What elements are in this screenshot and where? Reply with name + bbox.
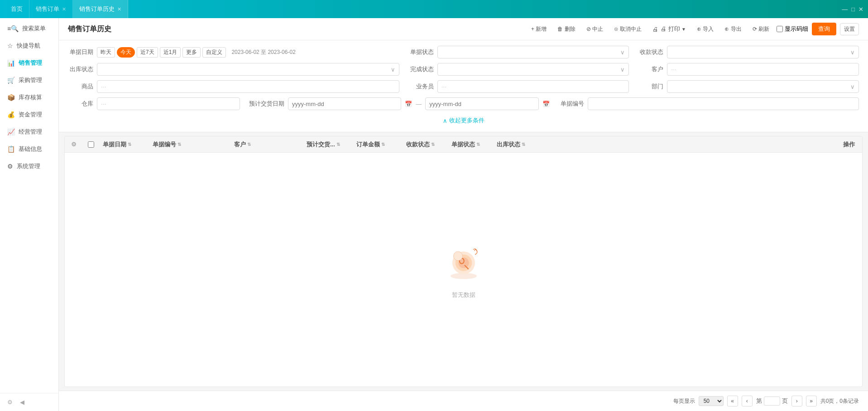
filter-group-dept: 部门 ∨ xyxy=(638,80,859,93)
date-btn-more[interactable]: 更多 xyxy=(182,47,201,58)
refresh-button[interactable]: ⟳ 刷新 xyxy=(749,24,773,35)
customer-label: 客户 xyxy=(638,65,663,73)
filter-group-pay-status: 收款状态 ∨ xyxy=(638,46,859,58)
filter-area: 单据日期 昨天 今天 近7天 近1月 更多 自定义 2023-06-02 至 2… xyxy=(59,40,868,132)
table-select-all-checkbox[interactable] xyxy=(88,141,94,148)
tab-sales-history[interactable]: 销售订单历史 ✕ xyxy=(73,0,128,18)
dept-arrow-icon: ∨ xyxy=(850,83,855,90)
sidebar-item-quick-nav[interactable]: ☆ 快捷导航 xyxy=(0,37,58,54)
close-sales-history-tab[interactable]: ✕ xyxy=(117,6,121,12)
tab-home[interactable]: 首页 xyxy=(5,0,29,18)
maximize-btn[interactable]: □ xyxy=(851,6,855,13)
sidebar-item-basic-info[interactable]: 📋 基础信息 xyxy=(0,140,58,158)
complete-label: 完成状态 xyxy=(408,65,434,73)
order-no-label: 单据编号 xyxy=(559,100,584,108)
pay-status-select[interactable]: ∨ xyxy=(667,46,859,58)
sidebar-settings-icon[interactable]: ⚙ xyxy=(7,399,13,406)
table-col-order-no[interactable]: 单据编号 ⇅ xyxy=(149,140,230,149)
page-header: 销售订单历史 + 新增 🗑 删除 ⊘ 中止 ⊙ 取消中止 🖨 🖨 打印 ▼ ⊕ … xyxy=(59,18,868,40)
tab-sales-order[interactable]: 销售订单 ✕ xyxy=(29,0,73,18)
complete-select[interactable]: ∨ xyxy=(437,63,629,76)
calendar-to-icon: 📅 xyxy=(542,101,550,107)
date-btn-1month[interactable]: 近1月 xyxy=(160,47,181,58)
stock-out-label: 出库状态 xyxy=(68,65,93,73)
capital-icon: 💰 xyxy=(7,111,15,118)
sidebar-item-purchase-mgmt[interactable]: 🛒 采购管理 xyxy=(0,72,58,89)
page-unit: 页 xyxy=(782,397,788,405)
table-col-settings: ⚙ xyxy=(65,141,83,148)
date-btn-yesterday[interactable]: 昨天 xyxy=(97,47,115,58)
print-button[interactable]: 🖨 🖨 打印 ▼ xyxy=(649,23,690,35)
table-col-delivery[interactable]: 预计交货... ⇅ xyxy=(303,140,353,149)
sidebar-bottom: ⚙ ◀ xyxy=(0,393,58,411)
display-cols-checkbox[interactable] xyxy=(777,26,783,32)
next-page-btn[interactable]: › xyxy=(791,396,802,406)
sidebar-item-sales-mgmt[interactable]: 📊 销售管理 xyxy=(0,54,58,72)
empty-state: 暂无数据 xyxy=(65,153,862,387)
minimize-btn[interactable]: — xyxy=(842,6,848,13)
settings-button[interactable]: 设置 xyxy=(840,23,859,35)
sidebar-collapse-icon[interactable]: ◀ xyxy=(20,399,24,406)
sidebar-item-inventory[interactable]: 📦 库存核算 xyxy=(0,89,58,106)
sidebar-item-search-menu[interactable]: ≡🔍 搜索菜单 xyxy=(0,20,58,37)
cancel-stop-button[interactable]: ⊙ 取消中止 xyxy=(610,24,645,35)
date-btn-today[interactable]: 今天 xyxy=(117,47,135,58)
table-col-order-status[interactable]: 单据状态 ⇅ xyxy=(448,140,493,149)
export-button[interactable]: ⊕ 导出 xyxy=(721,24,745,35)
empty-icon xyxy=(441,240,486,285)
inventory-icon: 📦 xyxy=(7,94,15,101)
stop-button[interactable]: ⊘ 中止 xyxy=(583,24,607,35)
date-btn-custom[interactable]: 自定义 xyxy=(202,47,226,58)
dept-select[interactable]: ∨ xyxy=(667,80,859,93)
table-col-pay-status[interactable]: 收款状态 ⇅ xyxy=(403,140,448,149)
pay-status-arrow-icon: ∨ xyxy=(850,49,855,56)
filter-group-customer: 客户 ··· xyxy=(638,63,859,76)
new-button[interactable]: + 新增 xyxy=(528,24,550,35)
table-col-amount[interactable]: 订单金额 ⇅ xyxy=(353,140,403,149)
amount-sort-icon: ⇅ xyxy=(381,142,385,147)
sidebar-item-system-mgmt[interactable]: ⚙ 系统管理 xyxy=(0,158,58,175)
per-page-label: 每页显示 xyxy=(673,397,695,405)
search-menu-icon: ≡🔍 xyxy=(7,25,19,32)
close-btn[interactable]: ✕ xyxy=(858,6,863,13)
system-mgmt-icon: ⚙ xyxy=(7,163,13,170)
purchase-mgmt-icon: 🛒 xyxy=(7,77,15,84)
calendar-from-icon: 📅 xyxy=(405,101,412,107)
salesperson-input[interactable]: ··· xyxy=(437,80,629,93)
stock-out-select[interactable]: ∨ xyxy=(97,63,399,76)
query-button[interactable]: 查询 xyxy=(812,23,836,35)
delivery-sort-icon: ⇅ xyxy=(336,142,340,147)
sidebar-item-operations[interactable]: 📈 经营管理 xyxy=(0,123,58,140)
customer-input[interactable]: ··· xyxy=(667,63,859,76)
dept-label: 部门 xyxy=(638,82,663,91)
prev-page-btn[interactable]: ‹ xyxy=(742,396,753,406)
per-page-select[interactable]: 20 50 100 xyxy=(699,396,724,406)
product-input[interactable]: ··· xyxy=(97,80,399,93)
filter-group-product: 商品 ··· xyxy=(68,80,399,93)
filter-group-order-status: 单据状态 ∨ xyxy=(408,46,629,58)
customer-sort-icon: ⇅ xyxy=(247,142,251,147)
quick-nav-icon: ☆ xyxy=(7,42,13,49)
date-btn-7days[interactable]: 近7天 xyxy=(137,47,158,58)
table-col-stock-status[interactable]: 出库状态 ⇅ xyxy=(493,140,538,149)
delivery-date-from[interactable] xyxy=(288,97,401,110)
table-col-actions: 操作 xyxy=(538,140,862,149)
table-col-date[interactable]: 单据日期 ⇅ xyxy=(99,140,149,149)
current-page-input[interactable]: 1 xyxy=(764,396,780,406)
sidebar-item-capital[interactable]: 💰 资金管理 xyxy=(0,106,58,123)
delete-button[interactable]: 🗑 删除 xyxy=(554,24,579,35)
last-page-btn[interactable]: » xyxy=(806,396,817,406)
warehouse-input[interactable]: ··· xyxy=(97,97,240,110)
order-status-select[interactable]: ∨ xyxy=(437,46,629,58)
first-page-btn[interactable]: « xyxy=(727,396,738,406)
table-col-customer[interactable]: 客户 ⇅ xyxy=(230,140,303,149)
collapse-button[interactable]: ∧ 收起更多条件 xyxy=(68,115,859,126)
delivery-date-to[interactable] xyxy=(425,97,538,110)
close-sales-order-tab[interactable]: ✕ xyxy=(62,6,66,12)
sales-mgmt-icon: 📊 xyxy=(7,59,15,67)
import-button[interactable]: ⊕ 导入 xyxy=(693,24,717,35)
print-dropdown-icon: ▼ xyxy=(681,27,686,32)
table-area: ⚙ 单据日期 ⇅ 单据编号 ⇅ 客户 ⇅ 预计交货... xyxy=(64,136,863,387)
table-settings-icon[interactable]: ⚙ xyxy=(71,141,77,148)
order-no-input[interactable] xyxy=(588,97,859,110)
